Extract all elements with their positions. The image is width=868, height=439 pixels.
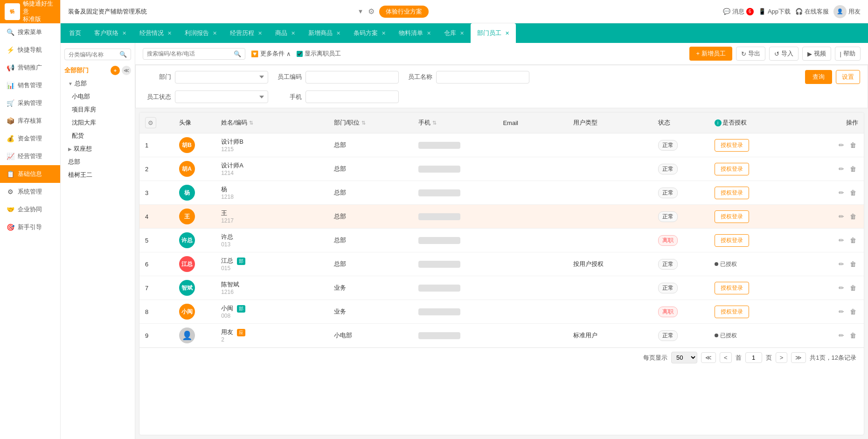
tree-search-input[interactable] <box>69 51 118 58</box>
sidebar-item-operations[interactable]: 📈 经营管理 <box>0 147 60 165</box>
auth-btn[interactable]: 授权登录 <box>715 163 749 175</box>
close-icon[interactable]: ✕ <box>291 30 295 36</box>
tree-node-xianmu[interactable]: 项目库房 <box>61 103 135 116</box>
row-auth[interactable]: 授权登录 <box>709 181 807 205</box>
delete-btn[interactable]: 🗑 <box>848 236 858 245</box>
auth-btn[interactable]: 授权登录 <box>715 210 749 223</box>
add-employee-btn[interactable]: + 新增员工 <box>689 47 732 61</box>
first-page-btn[interactable]: ≪ <box>701 352 716 363</box>
auth-btn[interactable]: 授权登录 <box>715 139 749 152</box>
sidebar-item-sales[interactable]: 📊 销售管理 <box>0 77 60 94</box>
delete-btn[interactable]: 🗑 <box>848 331 858 340</box>
search-input-box[interactable]: 🔍 <box>143 48 245 60</box>
edit-btn[interactable]: ✏ <box>837 140 846 150</box>
help-btn[interactable]: | 帮助 <box>835 47 861 61</box>
row-auth[interactable]: 授权登录 <box>709 229 807 252</box>
tree-node-shuangzuo[interactable]: ▶ 双座想 <box>61 142 135 155</box>
tab-goods[interactable]: 商品 ✕ <box>269 23 302 43</box>
delete-btn[interactable]: 🗑 <box>848 188 858 197</box>
close-icon[interactable]: ✕ <box>167 30 172 36</box>
tree-node-zhishu[interactable]: 植树王二 <box>61 168 135 181</box>
close-icon[interactable]: ✕ <box>336 30 340 36</box>
page-number-input[interactable] <box>745 352 762 363</box>
row-auth[interactable]: 授权登录 <box>709 133 807 157</box>
last-page-btn[interactable]: ≫ <box>791 352 806 363</box>
more-conditions-btn[interactable]: 🔽 更多条件 ∧ <box>251 49 291 58</box>
employee-name-input[interactable] <box>436 71 529 84</box>
row-auth[interactable]: 授权登录 <box>709 276 807 300</box>
close-icon[interactable]: ✕ <box>505 30 509 36</box>
row-auth[interactable]: 授权登录 <box>709 205 807 229</box>
edit-btn[interactable]: ✏ <box>837 259 846 269</box>
tree-node-peihuo[interactable]: 配货 <box>61 129 135 142</box>
dropdown-icon[interactable]: ▼ <box>358 8 364 15</box>
dept-filter-select[interactable] <box>175 71 268 84</box>
view-btn[interactable]: ▶ 视频 <box>802 47 831 61</box>
sidebar-item-basic[interactable]: 📋 基础信息 <box>0 165 60 183</box>
tree-node-xiaodibu[interactable]: 小电部 <box>61 90 135 103</box>
edit-btn[interactable]: ✏ <box>837 283 846 293</box>
next-page-btn[interactable]: > <box>776 352 788 363</box>
sidebar-item-collab[interactable]: 🤝 企业协同 <box>0 201 60 218</box>
online-service-btn[interactable]: 🎧 在线客服 <box>795 7 829 16</box>
sidebar-item-purchase[interactable]: 🛒 采购管理 <box>0 94 60 112</box>
user-menu-btn[interactable]: 👤 用友 <box>833 5 861 18</box>
edit-btn[interactable]: ✏ <box>837 307 846 316</box>
tab-warehouse[interactable]: 仓库 ✕ <box>437 23 471 43</box>
close-icon[interactable]: ✕ <box>382 30 386 36</box>
tree-collapse-btn[interactable]: ≪ <box>122 66 131 75</box>
tree-node-shenyang[interactable]: 沈阳大库 <box>61 116 135 129</box>
delete-btn[interactable]: 🗑 <box>848 259 858 269</box>
tab-barcode[interactable]: 条码方案 ✕ <box>347 23 392 43</box>
query-btn[interactable]: 查询 <box>805 70 832 84</box>
col-header-phone[interactable]: 手机 ⇅ <box>413 112 497 133</box>
delete-btn[interactable]: 🗑 <box>848 283 858 293</box>
sidebar-item-finance[interactable]: 💰 资金管理 <box>0 130 60 147</box>
sidebar-item-guide[interactable]: 🎯 新手引导 <box>0 218 60 236</box>
tab-business[interactable]: 经营情况 ✕ <box>133 23 178 43</box>
edit-btn[interactable]: ✏ <box>837 188 846 197</box>
sidebar-item-quicknav[interactable]: ⚡ 快捷导航 <box>0 41 60 59</box>
sidebar-item-inventory[interactable]: 📦 库存核算 <box>0 112 60 130</box>
tree-add-btn[interactable]: + <box>111 66 120 75</box>
col-header-name[interactable]: 姓名/编码 ⇅ <box>215 112 328 133</box>
tree-node-general[interactable]: ▼ 总部 <box>61 77 135 90</box>
delete-btn[interactable]: 🗑 <box>848 212 858 221</box>
settings-btn[interactable]: 设置 <box>836 70 860 84</box>
row-auth[interactable]: 授权登录 <box>709 157 807 181</box>
close-icon[interactable]: ✕ <box>213 30 217 36</box>
trial-btn[interactable]: 体验行业方案 <box>379 6 429 18</box>
close-icon[interactable]: ✕ <box>460 30 464 36</box>
tab-employees[interactable]: 部门员工 ✕ <box>471 23 516 43</box>
auth-btn[interactable]: 授权登录 <box>715 187 749 199</box>
sidebar-item-marketing[interactable]: 📢 营销推广 <box>0 59 60 77</box>
tab-history[interactable]: 经营历程 ✕ <box>223 23 269 43</box>
delete-btn[interactable]: 🗑 <box>848 307 858 316</box>
search-input[interactable] <box>147 50 231 57</box>
auth-btn[interactable]: 授权登录 <box>715 306 749 318</box>
export-btn[interactable]: ↻ 导出 <box>736 47 765 61</box>
edit-btn[interactable]: ✏ <box>837 236 846 245</box>
close-icon[interactable]: ✕ <box>427 30 431 36</box>
settings-icon[interactable]: ⚙ <box>368 7 375 16</box>
edit-btn[interactable]: ✏ <box>837 331 846 340</box>
tab-customer[interactable]: 客户联络 ✕ <box>88 23 133 43</box>
edit-btn[interactable]: ✏ <box>837 164 846 174</box>
edit-btn[interactable]: ✏ <box>837 212 846 221</box>
show-resigned-checkbox[interactable] <box>297 51 303 57</box>
column-settings-btn[interactable]: ⚙ <box>145 117 156 128</box>
tree-node-zongbu[interactable]: 总部 <box>61 155 135 168</box>
sidebar-item-search[interactable]: 🔍 搜索菜单 <box>0 23 60 41</box>
import-btn[interactable]: ↺ 导入 <box>769 47 799 61</box>
status-filter-select[interactable] <box>175 91 268 103</box>
tab-addgoods[interactable]: 新增商品 ✕ <box>302 23 347 43</box>
prev-page-btn[interactable]: < <box>720 352 732 363</box>
delete-btn[interactable]: 🗑 <box>848 140 858 150</box>
tab-home[interactable]: 首页 <box>62 23 88 43</box>
tab-bom[interactable]: 物料清单 ✕ <box>392 23 437 43</box>
delete-btn[interactable]: 🗑 <box>848 164 858 174</box>
app-download-btn[interactable]: 📱 App下载 <box>758 7 791 16</box>
tab-profit[interactable]: 利润报告 ✕ <box>178 23 223 43</box>
show-resigned-check[interactable]: 显示离职员工 <box>297 49 341 58</box>
page-size-select[interactable]: 50 20 100 <box>671 352 697 363</box>
